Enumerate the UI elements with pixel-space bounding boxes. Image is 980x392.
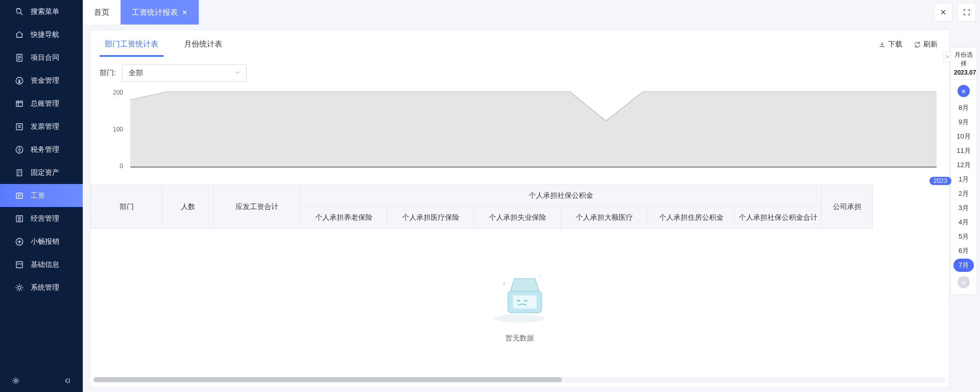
month-option[interactable]: 5月 xyxy=(953,230,974,243)
month-option[interactable]: 2月 xyxy=(953,187,974,200)
sidebar-item-tax[interactable]: 税务管理 xyxy=(0,138,83,161)
sidebar-item-label: 经营管理 xyxy=(31,214,59,223)
month-option[interactable]: 12月 xyxy=(953,158,974,172)
horizontal-scrollbar[interactable] xyxy=(94,377,946,382)
search-icon xyxy=(14,7,25,17)
inner-tabs: 部门工资统计表 月份统计表 下载 刷新 xyxy=(90,30,949,59)
th-g4: 个人承担大额医疗 xyxy=(561,207,648,229)
month-option[interactable]: 4月 xyxy=(953,216,974,229)
sidebar-item-basic[interactable]: 基础信息 xyxy=(0,253,83,276)
sidebar-item-label: 总账管理 xyxy=(31,99,59,108)
svg-rect-3 xyxy=(16,101,22,106)
sidebar-item-label: 发票管理 xyxy=(31,122,59,131)
sidebar-item-biz[interactable]: 经营管理 xyxy=(0,207,83,230)
dept-select[interactable]: 全部 xyxy=(122,64,247,82)
sidebar-item-invoice[interactable]: 发票管理 xyxy=(0,115,83,138)
empty-state: 暂无数据 xyxy=(90,229,949,377)
month-scroll-down[interactable] xyxy=(958,276,970,288)
month-option[interactable]: 6月 xyxy=(953,244,974,258)
reimburse-icon xyxy=(14,237,25,247)
tab-close-icon[interactable]: ✕ xyxy=(182,9,188,16)
download-button[interactable]: 下载 xyxy=(878,40,902,49)
sidebar-item-salary[interactable]: 工资 xyxy=(0,184,83,207)
refresh-icon xyxy=(914,41,921,49)
sidebar-item-asset[interactable]: 固定资产 xyxy=(0,161,83,184)
money-icon xyxy=(14,76,25,86)
dept-select-value: 全部 xyxy=(129,68,143,78)
month-option[interactable]: 3月 xyxy=(953,201,974,215)
chart-ytick: 0 xyxy=(120,163,123,170)
sidebar-item-reimburse[interactable]: 小畅报销 xyxy=(0,230,83,253)
month-option[interactable]: 7月 xyxy=(953,259,974,272)
month-option[interactable]: 10月 xyxy=(953,130,974,143)
settings-icon[interactable] xyxy=(11,376,20,387)
refresh-button[interactable]: 刷新 xyxy=(914,40,938,49)
download-label: 下载 xyxy=(888,40,902,49)
fullscreen-button[interactable] xyxy=(958,3,976,21)
sidebar-item-label: 系统管理 xyxy=(31,283,59,292)
sidebar-item-funds[interactable]: 资金管理 xyxy=(0,69,83,92)
month-option[interactable]: 8月 xyxy=(953,101,974,114)
month-picker-collapse[interactable] xyxy=(943,51,950,62)
th-total: 应发工资合计 xyxy=(214,185,300,229)
sidebar-item-label: 搜索菜单 xyxy=(31,7,59,16)
collapse-icon[interactable] xyxy=(62,376,72,387)
sidebar: 搜索菜单 快捷导航 项目合同 资金管理 总账管理 发票管理 xyxy=(0,0,83,392)
month-option[interactable]: 11月 xyxy=(953,144,974,157)
svg-point-15 xyxy=(494,314,545,322)
tab-home[interactable]: 首页 xyxy=(83,0,121,25)
svg-rect-4 xyxy=(16,124,22,130)
contract-icon xyxy=(14,53,25,63)
sidebar-items: 搜索菜单 快捷导航 项目合同 资金管理 总账管理 发票管理 xyxy=(0,0,83,372)
month-scroll-up[interactable] xyxy=(958,85,970,97)
dept-filter-label: 部门: xyxy=(100,68,116,78)
th-dept: 部门 xyxy=(91,185,162,229)
sidebar-item-system[interactable]: 系统管理 xyxy=(0,276,83,299)
svg-point-12 xyxy=(15,380,17,382)
card-actions: 下载 刷新 xyxy=(878,40,938,49)
close-all-button[interactable] xyxy=(934,3,952,21)
th-count: 人数 xyxy=(162,185,214,229)
inner-tab-month[interactable]: 月份统计表 xyxy=(179,32,227,57)
svg-rect-10 xyxy=(16,262,22,268)
th-g2: 个人承担医疗保险 xyxy=(387,207,474,229)
tab-tools xyxy=(934,3,976,21)
tab-label: 首页 xyxy=(94,8,109,17)
chart-ytick: 100 xyxy=(113,126,123,133)
basic-icon xyxy=(14,260,25,270)
home-icon xyxy=(14,30,25,40)
building-icon xyxy=(14,168,25,178)
salary-icon xyxy=(14,191,25,201)
table-scroll: 部门 人数 应发工资合计 个人承担社保公积金 公司承担 个人承担养老保险 个人承… xyxy=(90,185,949,229)
th-g6: 个人承担社保公积金合计 xyxy=(735,207,822,229)
download-icon xyxy=(878,41,886,49)
svg-marker-13 xyxy=(130,91,937,167)
month-picker-title: 月份选择 xyxy=(954,51,973,68)
svg-rect-18 xyxy=(513,295,536,309)
tab-salary-report[interactable]: 工资统计报表 ✕ xyxy=(121,0,199,25)
sidebar-item-label: 工资 xyxy=(31,191,45,200)
sidebar-item-label: 快捷导航 xyxy=(31,30,59,39)
sidebar-item-search[interactable]: 搜索菜单 xyxy=(0,0,83,23)
month-option[interactable]: 1月 xyxy=(953,173,974,186)
main: 首页 工资统计报表 ✕ 部门工资统计表 月份统计表 xyxy=(83,0,980,392)
sidebar-item-label: 项目合同 xyxy=(31,53,59,62)
th-g5: 个人承担住房公积金 xyxy=(648,207,735,229)
chevron-down-icon xyxy=(234,69,241,78)
content-card: 部门工资统计表 月份统计表 下载 刷新 部门: xyxy=(90,30,949,388)
month-picker-body: 8月 9月 10月 11月 12月 2023 1月 2月 3月 4月 5月 6月… xyxy=(950,80,977,295)
sidebar-item-quicknav[interactable]: 快捷导航 xyxy=(0,23,83,46)
invoice-icon xyxy=(14,122,25,132)
chart-y-axis: 200 100 0 xyxy=(100,87,128,171)
th-group-personal: 个人承担社保公积金 xyxy=(300,185,822,207)
sidebar-item-ledger[interactable]: 总账管理 xyxy=(0,92,83,115)
year-badge: 2023 xyxy=(929,177,951,185)
inner-tab-dept[interactable]: 部门工资统计表 xyxy=(100,32,164,57)
month-option[interactable]: 9月 xyxy=(953,116,974,129)
svg-rect-20 xyxy=(524,300,527,302)
sidebar-item-label: 税务管理 xyxy=(31,145,59,154)
scrollbar-thumb[interactable] xyxy=(94,377,562,382)
system-icon xyxy=(14,283,25,293)
sidebar-item-contract[interactable]: 项目合同 xyxy=(0,46,83,69)
svg-point-11 xyxy=(18,286,21,289)
